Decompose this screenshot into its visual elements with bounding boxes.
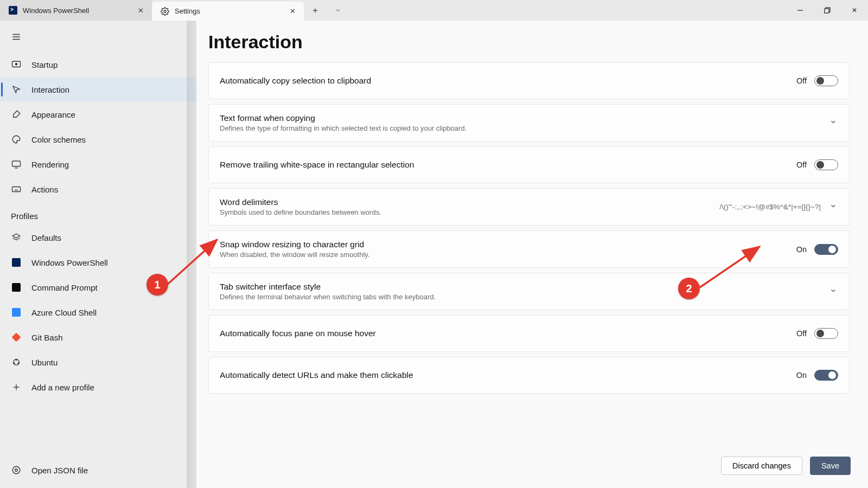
discard-button[interactable]: Discard changes (721, 457, 802, 475)
profile-add-new[interactable]: Add a new profile (0, 375, 196, 400)
tab-settings[interactable]: Settings ✕ (152, 2, 304, 21)
azure-icon (11, 307, 22, 318)
tab-powershell[interactable]: Windows PowerShell ✕ (0, 0, 152, 21)
profile-label: Azure Cloud Shell (31, 308, 97, 317)
setting-description: Defines the type of formatting in which … (220, 124, 828, 132)
page-title: Interaction (208, 31, 852, 53)
svg-marker-16 (12, 234, 20, 238)
ubuntu-icon (11, 357, 22, 368)
sidebar-open-json-label: Open JSON file (31, 466, 88, 475)
startup-icon (11, 59, 22, 70)
toggle-focus-on-hover[interactable] (814, 328, 838, 339)
profile-label: Command Prompt (31, 283, 98, 292)
sidebar-open-json[interactable]: Open JSON file (0, 458, 196, 483)
setting-title: Automatically copy selection to clipboar… (220, 76, 796, 86)
svg-rect-9 (12, 161, 21, 166)
monitor-icon (11, 159, 22, 170)
git-icon (11, 332, 22, 343)
save-button[interactable]: Save (810, 457, 851, 475)
toggle-state-text: Off (796, 160, 807, 169)
sidebar-item-interaction[interactable]: Interaction (0, 77, 196, 102)
palette-icon (11, 134, 22, 145)
sidebar-item-label: Rendering (31, 160, 69, 169)
window-maximize-button[interactable] (814, 0, 841, 21)
toggle-state-text: Off (796, 329, 807, 338)
window-close-button[interactable]: ✕ (841, 0, 868, 21)
sidebar-item-label: Color schemes (31, 135, 86, 144)
close-icon[interactable]: ✕ (289, 8, 296, 15)
svg-point-21 (18, 363, 19, 364)
gear-icon (11, 465, 22, 476)
profile-defaults[interactable]: Defaults (0, 225, 196, 250)
setting-value-preview: /\()"'-:,.;<>~!@#$%^&*|+=[]{}~?| (719, 203, 821, 211)
close-icon[interactable]: ✕ (137, 7, 144, 14)
chevron-down-icon (828, 287, 838, 296)
setting-text-format[interactable]: Text format when copying Defines the typ… (208, 104, 850, 142)
toggle-state-text: Off (796, 76, 807, 85)
setting-title: Automatically focus pane on mouse hover (220, 329, 796, 338)
setting-copy-selection[interactable]: Automatically copy selection to clipboar… (208, 62, 850, 99)
svg-point-8 (16, 63, 17, 65)
plus-icon (11, 382, 22, 393)
sidebar-item-appearance[interactable]: Appearance (0, 102, 196, 127)
svg-rect-3 (825, 9, 829, 13)
settings-footer: Discard changes Save (208, 449, 852, 488)
svg-point-24 (15, 469, 18, 472)
profile-command-prompt[interactable]: Command Prompt (0, 275, 196, 300)
profile-label: Windows PowerShell (31, 258, 108, 267)
toggle-remove-trailing[interactable] (814, 159, 838, 170)
chevron-down-icon (828, 202, 838, 211)
sidebar-item-label: Interaction (31, 85, 69, 94)
profile-git-bash[interactable]: Git Bash (0, 325, 196, 350)
sidebar-item-rendering[interactable]: Rendering (0, 152, 196, 177)
gear-icon (161, 7, 169, 16)
tab-powershell-label: Windows PowerShell (23, 7, 131, 15)
toggle-snap-resize[interactable] (814, 244, 838, 255)
toggle-detect-urls[interactable] (814, 370, 838, 381)
powershell-icon (9, 6, 17, 15)
sidebar-item-startup[interactable]: Startup (0, 52, 196, 77)
setting-description: Symbols used to define boundaries betwee… (220, 208, 719, 216)
setting-description: Defines the terminal behavior when switc… (220, 293, 828, 301)
tab-dropdown-button[interactable] (327, 0, 349, 21)
setting-snap-resize[interactable]: Snap window resizing to character grid W… (208, 230, 850, 268)
hamburger-icon[interactable] (5, 26, 27, 48)
setting-title: Automatically detect URLs and make them … (220, 370, 796, 380)
profiles-header: Profiles (0, 202, 196, 225)
setting-title: Tab switcher interface style (220, 282, 828, 292)
svg-rect-17 (12, 333, 21, 342)
sidebar-item-color-schemes[interactable]: Color schemes (0, 127, 196, 152)
setting-word-delimiters[interactable]: Word delimiters Symbols used to define b… (208, 188, 850, 226)
sidebar-item-actions[interactable]: Actions (0, 177, 196, 202)
profile-powershell[interactable]: Windows PowerShell (0, 250, 196, 275)
svg-point-20 (14, 363, 15, 364)
settings-sidebar: Startup Interaction Appearance Color sch… (0, 21, 196, 488)
profile-azure-cloud-shell[interactable]: Azure Cloud Shell (0, 300, 196, 325)
sidebar-item-label: Appearance (31, 110, 75, 119)
layers-icon (11, 232, 22, 243)
profile-label: Ubuntu (31, 358, 58, 367)
toggle-copy-selection[interactable] (814, 75, 838, 86)
title-bar: Windows PowerShell ✕ Settings ✕ ＋ ✕ (0, 0, 868, 21)
tab-settings-label: Settings (175, 7, 283, 15)
new-tab-button[interactable]: ＋ (304, 0, 327, 21)
settings-content: Interaction Automatically copy selection… (196, 21, 868, 488)
brush-icon (11, 109, 22, 120)
window-minimize-button[interactable] (787, 0, 814, 21)
powershell-icon (11, 257, 22, 268)
setting-detect-urls[interactable]: Automatically detect URLs and make them … (208, 357, 850, 394)
setting-remove-trailing-whitespace[interactable]: Remove trailing white-space in rectangul… (208, 146, 850, 183)
profile-ubuntu[interactable]: Ubuntu (0, 350, 196, 375)
setting-tab-switcher[interactable]: Tab switcher interface style Defines the… (208, 273, 850, 310)
setting-title: Remove trailing white-space in rectangul… (220, 160, 796, 170)
setting-focus-on-hover[interactable]: Automatically focus pane on mouse hover … (208, 315, 850, 352)
setting-title: Word delimiters (220, 197, 719, 207)
keyboard-icon (11, 184, 22, 195)
sidebar-item-label: Actions (31, 185, 58, 194)
setting-title: Snap window resizing to character grid (220, 240, 796, 249)
svg-point-25 (12, 466, 20, 474)
setting-title: Text format when copying (220, 113, 828, 123)
cmd-icon (11, 282, 22, 293)
profile-label: Defaults (31, 233, 61, 242)
sidebar-item-label: Startup (31, 60, 58, 69)
